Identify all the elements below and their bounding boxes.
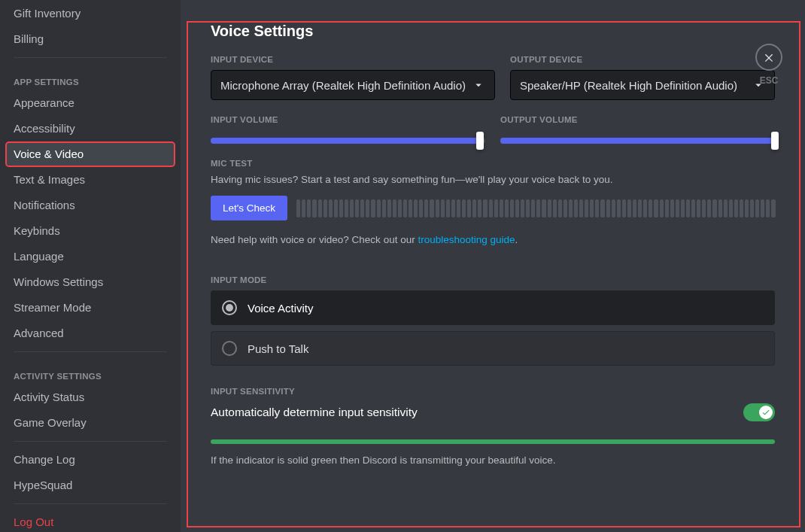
- sidebar-item-change-log[interactable]: Change Log: [6, 448, 175, 472]
- output-device-label: OUTPUT DEVICE: [510, 55, 775, 64]
- mic-bar: [419, 199, 423, 217]
- lets-check-button[interactable]: Let's Check: [211, 196, 287, 220]
- mic-bar: [649, 199, 652, 217]
- page-title: Voice Settings: [211, 23, 775, 40]
- mic-bar: [312, 199, 316, 217]
- slider-fill: [211, 138, 480, 144]
- mic-bar: [345, 199, 348, 217]
- slider-thumb[interactable]: [771, 132, 779, 150]
- sidebar-category-app-settings: APP SETTINGS: [6, 64, 175, 90]
- mic-bar: [660, 199, 664, 217]
- mic-bar: [542, 199, 545, 217]
- mic-bar: [393, 199, 396, 217]
- mic-bar: [457, 199, 460, 217]
- mic-bar: [360, 199, 364, 217]
- mic-level-meter: [296, 199, 775, 217]
- radio-icon: [222, 300, 237, 315]
- mic-bar: [526, 199, 530, 217]
- content-panel: ESC Voice Settings INPUT DEVICE Micropho…: [181, 0, 805, 532]
- sidebar-item-keybinds[interactable]: Keybinds: [6, 219, 175, 243]
- mic-bar: [436, 199, 439, 217]
- mic-bar: [430, 199, 433, 217]
- mic-bar: [627, 199, 631, 217]
- mic-bar: [574, 199, 578, 217]
- mic-bar: [334, 199, 338, 217]
- output-volume-label: OUTPUT VOLUME: [500, 115, 775, 124]
- sidebar-item-voice-video[interactable]: Voice & Video: [6, 142, 175, 166]
- input-device-select[interactable]: Microphone Array (Realtek High Definitio…: [211, 70, 495, 100]
- close-button[interactable]: [755, 44, 782, 71]
- sidebar-item-language[interactable]: Language: [6, 245, 175, 269]
- mic-bar: [387, 199, 391, 217]
- sidebar-item-notifications[interactable]: Notifications: [6, 193, 175, 217]
- mic-bar: [766, 199, 770, 217]
- slider-fill: [500, 138, 775, 144]
- mic-bar: [643, 199, 647, 217]
- sidebar-item-billing[interactable]: Billing: [6, 27, 175, 51]
- mic-bar: [569, 199, 573, 217]
- sidebar-item-logout[interactable]: Log Out: [6, 510, 175, 532]
- sidebar-item-accessibility[interactable]: Accessibility: [6, 117, 175, 141]
- input-mode-label: INPUT MODE: [211, 275, 775, 284]
- sidebar-divider: [14, 503, 167, 504]
- mic-bar: [590, 199, 594, 217]
- sensitivity-note: If the indicator is solid green then Dis…: [211, 454, 775, 466]
- mic-bar: [515, 199, 519, 217]
- sidebar-item-game-overlay[interactable]: Game Overlay: [6, 411, 175, 435]
- mic-test-description: Having mic issues? Start a test and say …: [211, 174, 775, 185]
- mic-bar: [505, 199, 509, 217]
- mic-bar: [318, 199, 322, 217]
- mic-bar: [691, 199, 695, 217]
- radio-label: Voice Activity: [248, 302, 314, 315]
- sidebar-item-gift-inventory[interactable]: Gift Inventory: [6, 2, 175, 26]
- mic-bar: [745, 199, 749, 217]
- mic-bar: [371, 199, 375, 217]
- help-text: Need help with voice or video? Check out…: [211, 234, 775, 245]
- output-device-value: Speaker/HP (Realtek High Definition Audi…: [520, 79, 737, 92]
- input-volume-slider[interactable]: [211, 138, 485, 144]
- sidebar-divider: [14, 57, 167, 58]
- input-device-value: Microphone Array (Realtek High Definitio…: [220, 79, 466, 92]
- mic-bar: [761, 199, 764, 217]
- sidebar-item-advanced[interactable]: Advanced: [6, 321, 175, 345]
- mic-bar: [409, 199, 412, 217]
- input-mode-push-to-talk[interactable]: Push to Talk: [211, 331, 775, 366]
- mic-bar: [724, 199, 728, 217]
- input-mode-voice-activity[interactable]: Voice Activity: [211, 290, 775, 325]
- sidebar-item-text-images[interactable]: Text & Images: [6, 168, 175, 192]
- mic-bar: [472, 199, 476, 217]
- mic-bar: [510, 199, 514, 217]
- sidebar-divider: [14, 441, 167, 442]
- mic-bar: [718, 199, 722, 217]
- sidebar-item-streamer-mode[interactable]: Streamer Mode: [6, 296, 175, 320]
- mic-bar: [553, 199, 557, 217]
- mic-bar: [307, 199, 311, 217]
- troubleshooting-link[interactable]: troubleshooting guide: [418, 234, 515, 245]
- sidebar-item-appearance[interactable]: Appearance: [6, 91, 175, 115]
- mic-bar: [681, 199, 685, 217]
- sidebar-item-hypesquad[interactable]: HypeSquad: [6, 473, 175, 497]
- mic-bar: [536, 199, 540, 217]
- sidebar-item-windows-settings[interactable]: Windows Settings: [6, 270, 175, 294]
- mic-bar: [740, 199, 743, 217]
- sidebar-item-activity-status[interactable]: Activity Status: [6, 385, 175, 409]
- mic-bar: [355, 199, 359, 217]
- mic-bar: [686, 199, 690, 217]
- mic-bar: [324, 199, 327, 217]
- chevron-down-icon: [472, 78, 485, 92]
- mic-bar: [606, 199, 610, 217]
- output-device-select[interactable]: Speaker/HP (Realtek High Definition Audi…: [510, 70, 775, 100]
- sensitivity-indicator: [211, 439, 775, 444]
- output-volume-slider[interactable]: [500, 138, 775, 144]
- mic-bar: [712, 199, 716, 217]
- slider-thumb[interactable]: [476, 132, 484, 150]
- mic-bar: [329, 199, 333, 217]
- close-icon: [763, 51, 775, 63]
- mic-bar: [771, 199, 775, 217]
- mic-bar: [441, 199, 445, 217]
- esc-label: ESC: [755, 75, 782, 86]
- mic-bar: [414, 199, 418, 217]
- auto-sensitivity-toggle[interactable]: [743, 403, 775, 421]
- mic-bar: [622, 199, 626, 217]
- close-button-container: ESC: [755, 44, 782, 86]
